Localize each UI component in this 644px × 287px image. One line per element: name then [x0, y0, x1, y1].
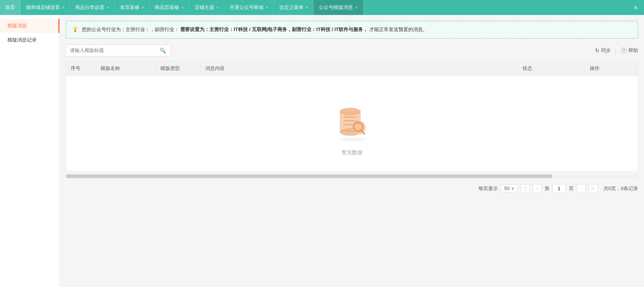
top-nav: 首页 微商城店铺设置 × 商品分类设置 × 首页装修 × 商品页装修 × 店铺主…	[0, 0, 644, 15]
nav-tab-wechat-shop[interactable]: 微商城店铺设置 ×	[21, 0, 70, 15]
nav-tab-template-msg[interactable]: 公众号模版消息 ×	[314, 0, 363, 15]
empty-state: 暂无数据	[66, 76, 638, 171]
page-prefix: 第	[545, 185, 549, 192]
page-size-select[interactable]: 50 ∨	[501, 184, 517, 192]
empty-illustration	[330, 98, 375, 143]
page-suffix: 页	[569, 185, 574, 192]
first-page-button[interactable]: ⟨⟨	[521, 184, 530, 193]
close-custom-menu[interactable]: ×	[306, 5, 308, 10]
col-content: 消息内容	[201, 61, 518, 76]
nav-tab-shop-theme[interactable]: 店铺主题 ×	[189, 0, 224, 15]
help-icon: ?	[621, 48, 627, 54]
help-button[interactable]: ? 帮助	[621, 47, 638, 54]
scrollbar-thumb[interactable]	[66, 174, 552, 178]
sidebar-item-template-record[interactable]: 模版消息记录	[0, 33, 59, 47]
close-all-tabs[interactable]: ✕	[627, 4, 644, 11]
content-area: 💡 您的公众号行业为：主营行业：，副营行业： 需要设置为：主营行业：IT科技 /…	[60, 15, 644, 287]
search-bar: 🔍 ↻ 同步 | ? 帮助	[66, 45, 638, 57]
close-home-decor[interactable]: ×	[142, 5, 144, 10]
search-icon[interactable]: 🔍	[160, 48, 166, 54]
svg-point-10	[339, 138, 365, 141]
sync-icon: ↻	[595, 48, 600, 54]
close-open-mall[interactable]: ×	[266, 5, 268, 10]
nav-tab-product-decor[interactable]: 商品页装修 ×	[150, 0, 189, 15]
close-product-decor[interactable]: ×	[181, 5, 184, 10]
search-input[interactable]	[70, 48, 160, 53]
close-shop-theme[interactable]: ×	[216, 5, 219, 10]
data-table: 序号 模版名称 模版类型 消息内容 状态 操作	[66, 61, 638, 171]
col-index: 序号	[66, 61, 96, 76]
per-page-label: 每页显示	[478, 185, 498, 192]
sidebar-item-template-message[interactable]: 模版消息	[0, 19, 59, 33]
main-layout: 模版消息 模版消息记录 💡 您的公众号行业为：主营行业：，副营行业： 需要设置为…	[0, 15, 644, 287]
pagination: 每页显示 50 ∨ ⟨⟨ ‹ 第 页 › ⟩⟩ 共0页，0条记录	[66, 181, 638, 196]
divider: |	[615, 48, 616, 53]
close-product-category[interactable]: ×	[107, 5, 109, 10]
toolbar-right: ↻ 同步 | ? 帮助	[595, 47, 638, 54]
notice-box: 💡 您的公众号行业为：主营行业：，副营行业： 需要设置为：主营行业：IT科技 /…	[66, 21, 638, 39]
col-type: 模版类型	[156, 61, 201, 76]
close-template-msg[interactable]: ×	[355, 5, 357, 10]
next-page-button[interactable]: ›	[577, 184, 586, 193]
nav-tab-product-category[interactable]: 商品分类设置 ×	[70, 0, 114, 15]
search-input-wrap[interactable]: 🔍	[66, 45, 170, 57]
scrollbar-area[interactable]	[66, 174, 638, 178]
nav-tab-home[interactable]: 首页	[0, 0, 21, 15]
svg-point-9	[340, 108, 361, 115]
col-name: 模版名称	[96, 61, 156, 76]
sidebar: 模版消息 模版消息记录	[0, 15, 60, 287]
page-number-input[interactable]	[552, 184, 566, 193]
page-size-value: 50	[504, 186, 509, 191]
nav-tab-custom-menu[interactable]: 自定义菜单 ×	[274, 0, 314, 15]
last-page-button[interactable]: ⟩⟩	[589, 184, 598, 193]
nav-tab-home-decor[interactable]: 首页装修 ×	[115, 0, 150, 15]
page-size-chevron: ∨	[511, 186, 514, 191]
table-header: 序号 模版名称 模版类型 消息内容 状态 操作	[66, 61, 638, 76]
bulb-icon: 💡	[72, 27, 78, 32]
sync-button[interactable]: ↻ 同步	[595, 47, 611, 54]
col-action: 操作	[585, 61, 638, 76]
prev-page-button[interactable]: ‹	[533, 184, 542, 193]
close-wechat-shop[interactable]: ×	[62, 5, 64, 10]
col-status: 状态	[518, 61, 585, 76]
empty-text: 暂无数据	[342, 149, 363, 156]
nav-tab-open-mall[interactable]: 开通公众号商城 ×	[224, 0, 274, 15]
total-info: 共0页，0条记录	[604, 185, 638, 192]
